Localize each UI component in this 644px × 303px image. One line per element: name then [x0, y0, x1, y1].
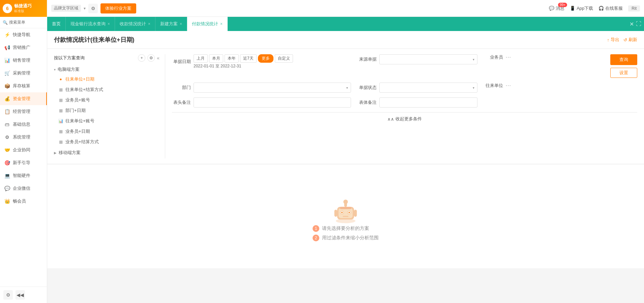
- topbar-arrow-icon: ▾: [84, 6, 86, 11]
- scheme-item-staff-method[interactable]: ▦ 业务员+结算方式: [54, 137, 159, 147]
- invoice-date-label: 单据日期: [172, 59, 191, 65]
- tab-payment-stats[interactable]: 付款情况统计 ×: [187, 17, 228, 31]
- collapse-more-button[interactable]: ∧∧ 收起更多条件: [172, 112, 637, 125]
- desktop-scheme-header[interactable]: ▾ 电脑端方案: [54, 65, 159, 74]
- tip-num-2: 2: [313, 235, 319, 241]
- date-btn-this-year[interactable]: 本年: [225, 54, 239, 63]
- scheme-item-dept-date[interactable]: ▦ 部门+日期: [54, 105, 159, 116]
- trial-button[interactable]: 体验行业方案: [100, 3, 136, 13]
- body-note-label: 表体备注: [358, 99, 377, 105]
- sidebar-item-guide[interactable]: 🎯 新手引导: [0, 156, 47, 169]
- filter-panel: 按以下方案查询 + ⚙ « ▾ 电脑端方案 ● 往来单位+日期: [47, 49, 644, 164]
- query-button[interactable]: 查询: [610, 54, 637, 65]
- scheme-item-staff-account[interactable]: ▦ 业务员+账号: [54, 95, 159, 105]
- sidebar-collapse-button[interactable]: ◀◀: [16, 290, 25, 300]
- app-label: App下载: [577, 5, 593, 11]
- page-header: 付款情况统计(往来单位+日期) ↑ 导出 ↺ 刷新: [47, 31, 644, 49]
- scheme-collapse-button[interactable]: «: [157, 55, 159, 61]
- date-btn-custom[interactable]: 自定义: [275, 54, 293, 63]
- contact-dots-button[interactable]: ···: [506, 83, 511, 88]
- filter-invoice-date: 单据日期 上月 本月 本年 近7天 更多 自定义 2022-01-01 至 20…: [172, 54, 351, 69]
- hardware-icon: 💻: [4, 173, 10, 179]
- filter-settings-button[interactable]: 设置: [610, 68, 637, 78]
- svg-rect-11: [354, 210, 357, 217]
- svg-point-5: [341, 212, 343, 213]
- online-service-button[interactable]: 🎧 在线客服: [598, 5, 623, 11]
- svg-point-6: [348, 212, 350, 213]
- search-icon: 🔍: [3, 20, 8, 25]
- body-note-input[interactable]: [379, 97, 477, 108]
- date-btn-more[interactable]: 更多: [258, 54, 273, 63]
- main-content: 品牌文字区域 ▾ ⚙ 体验行业方案 💬 消息 99+ 📱 App下载 🎧 在线客…: [47, 0, 644, 303]
- sidebar-item-label: 企业协同: [13, 147, 30, 153]
- sidebar-item-label: 营销推广: [13, 44, 30, 51]
- doc-status-select[interactable]: ▾: [379, 83, 477, 93]
- sidebar-item-sales[interactable]: 📊 销售管理: [0, 54, 47, 67]
- sidebar-item-member[interactable]: 👑 畅会员: [0, 195, 47, 208]
- scheme-item-label: 往来单位+日期: [65, 76, 94, 82]
- sidebar-item-inventory[interactable]: 📦 库存核算: [0, 80, 47, 92]
- scheme-item-contact-date[interactable]: ● 往来单位+日期: [54, 74, 159, 84]
- tab-bank-flow[interactable]: 现金银行流水查询 ×: [66, 17, 115, 31]
- sidebar-item-wechat[interactable]: 💬 企业微信: [0, 182, 47, 195]
- topbar-settings-button[interactable]: ⚙: [88, 4, 98, 13]
- service-label: 在线客服: [605, 5, 623, 11]
- refresh-button[interactable]: ↺ 刷新: [623, 37, 637, 43]
- operation-icon: 📋: [4, 109, 10, 115]
- tab-bank-flow-close-icon[interactable]: ×: [108, 22, 110, 26]
- app-download-button[interactable]: 📱 App下载: [570, 5, 593, 11]
- svg-rect-10: [334, 210, 337, 217]
- header-note-input[interactable]: [194, 97, 351, 108]
- source-doc-select[interactable]: ▾: [379, 54, 477, 64]
- scheme-settings-button[interactable]: ⚙: [147, 54, 155, 62]
- sidebar-nav: ⚡ 快捷导航 📢 营销推广 📊 销售管理 🛒 采购管理 📦 库存核算 💰 资金管…: [0, 28, 47, 286]
- messages-button[interactable]: 💬 消息 99+: [549, 5, 564, 11]
- tab-new-scheme-close-icon[interactable]: ×: [180, 22, 182, 26]
- export-button[interactable]: ↑ 导出: [607, 37, 620, 43]
- search-menu[interactable]: 🔍 搜索菜单: [0, 17, 47, 28]
- sidebar-item-quick-nav[interactable]: ⚡ 快捷导航: [0, 28, 47, 41]
- username-display[interactable]: Rit: [628, 5, 640, 11]
- scheme-item-label: 往来单位+结算方式: [65, 87, 103, 93]
- mobile-scheme-category: ▶ 移动端方案: [54, 148, 159, 157]
- staff-dots-button[interactable]: ···: [506, 54, 511, 60]
- scheme-item-contact-account[interactable]: 📊 往来单位+账号: [54, 116, 159, 126]
- scheme-item-icon: ▦: [58, 87, 63, 92]
- scheme-item-contact-method[interactable]: ▦ 往来单位+结算方式: [54, 85, 159, 95]
- sidebar-item-label: 库存核算: [13, 83, 30, 89]
- tab-expand-icon[interactable]: ⛶: [636, 21, 641, 27]
- tip-num-1: 1: [313, 225, 319, 232]
- tab-home[interactable]: 首页: [47, 17, 66, 31]
- invoice-date-control: 上月 本月 本年 近7天 更多 自定义 2022-01-01 至 2022-12…: [194, 54, 351, 69]
- sidebar-item-basic[interactable]: 🗃 基础信息: [0, 118, 47, 131]
- messages-badge: 99+: [558, 3, 567, 7]
- date-btn-last-7days[interactable]: 近7天: [240, 54, 257, 63]
- tab-receipt-stats[interactable]: 收款情况统计 ×: [115, 17, 155, 31]
- scheme-item-staff-date[interactable]: ▦ 业务员+日期: [54, 126, 159, 137]
- sidebar-item-coop[interactable]: 🤝 企业协同: [0, 144, 47, 156]
- filter-header-note: 表头备注: [172, 97, 351, 108]
- sidebar-item-operation[interactable]: 📋 经营管理: [0, 105, 47, 118]
- tab-payment-stats-close-icon[interactable]: ×: [220, 22, 223, 26]
- system-icon: ⚙: [4, 134, 10, 140]
- filter-source-doc: 来源单据 ▾: [358, 54, 477, 64]
- date-btn-this-month[interactable]: 本月: [209, 54, 223, 63]
- page-title: 付款情况统计(往来单位+日期): [54, 36, 135, 44]
- sidebar-item-system[interactable]: ⚙ 系统管理: [0, 131, 47, 144]
- topbar-right: 💬 消息 99+ 📱 App下载 🎧 在线客服 Rit: [549, 5, 640, 11]
- sidebar-item-hardware[interactable]: 💻 智能硬件: [0, 169, 47, 182]
- tab-close-all-icon[interactable]: ✕: [630, 21, 634, 27]
- contact-control: ···: [506, 83, 604, 89]
- sidebar-item-marketing[interactable]: 📢 营销推广: [0, 41, 47, 54]
- tab-receipt-stats-close-icon[interactable]: ×: [148, 22, 150, 26]
- mobile-scheme-header[interactable]: ▶ 移动端方案: [54, 148, 159, 157]
- sidebar-settings-button[interactable]: ⚙: [3, 290, 13, 300]
- tab-new-scheme[interactable]: 新建方案 ×: [155, 17, 187, 31]
- sidebar-item-finance[interactable]: 💰 资金管理: [0, 92, 47, 105]
- wechat-icon: 💬: [4, 185, 10, 191]
- sidebar-item-purchase[interactable]: 🛒 采购管理: [0, 67, 47, 80]
- dept-select[interactable]: ▾: [194, 83, 351, 93]
- add-scheme-button[interactable]: +: [138, 54, 145, 62]
- date-btn-last-month[interactable]: 上月: [194, 54, 208, 63]
- scheme-item-label: 业务员+日期: [65, 128, 90, 134]
